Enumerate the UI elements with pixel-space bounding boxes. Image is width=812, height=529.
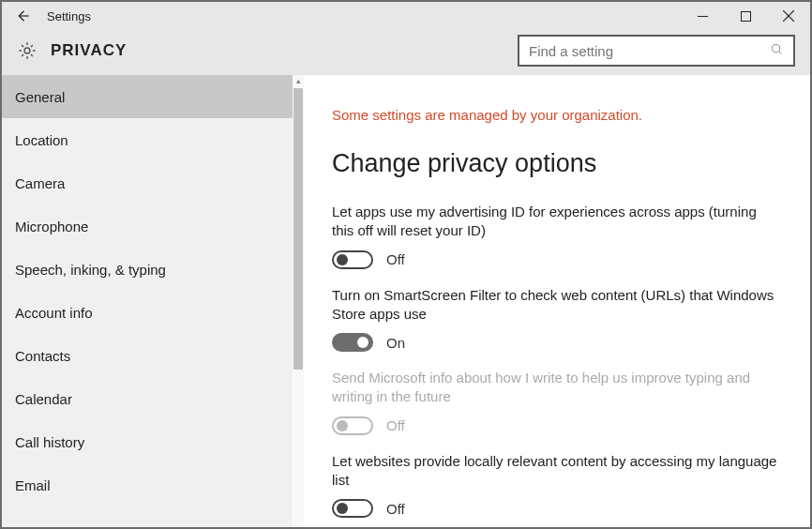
sidebar-item-label: General <box>15 89 65 105</box>
sidebar-item-label: Account info <box>15 305 93 321</box>
toggle-label: Off <box>386 251 405 267</box>
sidebar-item-label: Calendar <box>15 391 72 407</box>
sidebar-item-location[interactable]: Location <box>2 118 304 161</box>
sidebar-item-label: Call history <box>15 434 84 450</box>
sidebar-item-label: Contacts <box>15 348 70 364</box>
option-smartscreen: Turn on SmartScreen Filter to check web … <box>332 286 782 353</box>
minimize-button[interactable] <box>681 2 724 30</box>
sidebar-item-label: Microphone <box>15 219 88 234</box>
toggle-label: Off <box>386 501 405 517</box>
header-title: PRIVACY <box>51 41 518 60</box>
sidebar-item-label: Email <box>15 477 51 493</box>
option-desc: Let websites provide locally relevant co… <box>332 452 782 491</box>
sidebar-item-email[interactable]: Email <box>2 463 304 506</box>
toggle-knob <box>357 337 368 348</box>
toggle-row: Off <box>332 250 782 269</box>
search-input[interactable] <box>529 43 770 59</box>
svg-point-5 <box>773 45 780 53</box>
toggle-typing-data <box>332 416 373 435</box>
svg-line-6 <box>779 52 782 54</box>
window-title: Settings <box>43 9 681 23</box>
header: PRIVACY <box>2 30 810 75</box>
sidebar-item-account-info[interactable]: Account info <box>2 291 304 334</box>
svg-rect-1 <box>741 11 750 21</box>
sidebar-item-label: Location <box>15 132 68 148</box>
sidebar-item-general[interactable]: General <box>2 75 304 118</box>
window-controls <box>681 2 810 30</box>
sidebar-item-contacts[interactable]: Contacts <box>2 334 304 377</box>
close-icon <box>783 10 794 22</box>
sidebar: General Location Camera Microphone Speec… <box>2 75 304 527</box>
body: General Location Camera Microphone Speec… <box>2 75 810 527</box>
option-desc: Turn on SmartScreen Filter to check web … <box>332 286 782 325</box>
arrow-left-icon <box>14 8 31 24</box>
sidebar-item-camera[interactable]: Camera <box>2 161 304 204</box>
toggle-row: On <box>332 333 782 352</box>
close-button[interactable] <box>767 2 810 30</box>
scroll-thumb[interactable] <box>293 88 303 370</box>
toggle-advertising-id[interactable] <box>332 250 373 269</box>
sidebar-scrollbar[interactable]: ▴ <box>293 75 304 527</box>
option-language-list: Let websites provide locally relevant co… <box>332 452 782 519</box>
org-warning: Some settings are managed by your organi… <box>332 107 782 123</box>
toggle-knob <box>337 503 348 514</box>
gear-icon <box>17 40 38 61</box>
sidebar-item-microphone[interactable]: Microphone <box>2 204 304 248</box>
back-button[interactable] <box>2 2 43 30</box>
search-box[interactable] <box>518 35 795 67</box>
titlebar: Settings <box>2 2 810 30</box>
toggle-knob <box>337 420 348 431</box>
content: Some settings are managed by your organi… <box>304 75 810 527</box>
svg-point-4 <box>24 48 30 53</box>
minimize-icon <box>698 11 708 22</box>
maximize-button[interactable] <box>724 2 767 30</box>
search-icon <box>770 42 784 59</box>
page-heading: Change privacy options <box>332 149 782 178</box>
option-advertising-id: Let apps use my advertising ID for exper… <box>332 203 782 269</box>
sidebar-item-label: Camera <box>15 175 65 191</box>
toggle-row: Off <box>332 416 782 435</box>
toggle-smartscreen[interactable] <box>332 333 373 352</box>
toggle-knob <box>337 254 348 265</box>
maximize-icon <box>741 11 751 22</box>
toggle-label: Off <box>386 417 405 433</box>
sidebar-item-calendar[interactable]: Calendar <box>2 377 304 420</box>
option-desc: Let apps use my advertising ID for exper… <box>332 203 782 241</box>
toggle-row: Off <box>332 499 782 518</box>
toggle-label: On <box>386 335 405 351</box>
sidebar-item-call-history[interactable]: Call history <box>2 420 304 463</box>
sidebar-item-speech[interactable]: Speech, inking, & typing <box>2 248 304 291</box>
scroll-up-icon[interactable]: ▴ <box>293 75 304 86</box>
option-typing-data: Send Microsoft info about how I write to… <box>332 369 782 435</box>
sidebar-item-label: Speech, inking, & typing <box>15 262 166 278</box>
toggle-language-list[interactable] <box>332 499 373 518</box>
settings-window: Settings PRIVACY <box>0 0 812 529</box>
option-desc: Send Microsoft info about how I write to… <box>332 369 782 407</box>
